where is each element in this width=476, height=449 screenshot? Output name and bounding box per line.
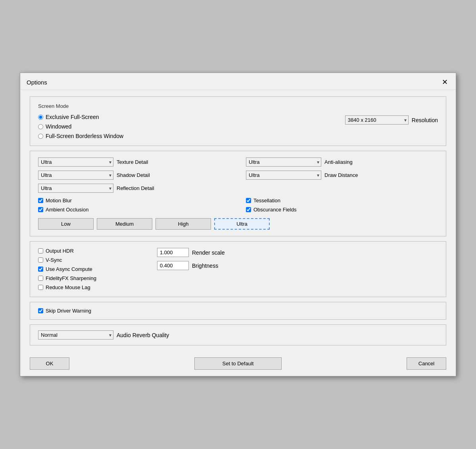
reduce-mouse-lag-label: Reduce Mouse Lag <box>46 284 90 290</box>
draw-distance-row: UltraHighMediumLow Draw Distance <box>246 171 438 180</box>
advanced-right: Render scale Brightness <box>149 248 438 290</box>
resolution-select[interactable]: 3840 x 2160 2560 x 1440 1920 x 1080 1280… <box>345 115 409 125</box>
anti-aliasing-select-wrapper: UltraHighMediumLowOff <box>246 157 321 167</box>
radio-windowed-label: Windowed <box>46 123 71 130</box>
audio-reverb-row: Normal Low High Ultra Audio Reverb Quali… <box>38 330 438 340</box>
screen-mode-section: Screen Mode Exclusive Full-Screen Window… <box>30 96 446 146</box>
options-dialog: Options ✕ Screen Mode Exclusive Full-Scr… <box>20 73 456 376</box>
reflection-select-wrapper: UltraHighMediumLow <box>38 184 113 193</box>
draw-distance-select-wrapper: UltraHighMediumLow <box>246 171 321 180</box>
reflection-detail-row: UltraHighMediumLow Reflection Detail <box>38 184 230 193</box>
advanced-grid: Output HDR V-Sync Use Async Compute Fide… <box>38 248 438 290</box>
output-hdr-checkbox[interactable]: Output HDR <box>38 248 149 254</box>
audio-reverb-select[interactable]: Normal Low High Ultra <box>38 330 113 340</box>
driver-warning-section: Skip Driver Warning <box>30 302 446 320</box>
advanced-section: Output HDR V-Sync Use Async Compute Fide… <box>30 241 446 297</box>
fidelityfx-label: FidelityFX Sharpening <box>46 275 96 281</box>
anti-aliasing-row: UltraHighMediumLowOff Anti-aliasing <box>246 157 438 167</box>
output-hdr-label: Output HDR <box>46 248 74 254</box>
draw-distance-label: Draw Distance <box>324 172 358 178</box>
tessellation-label: Tessellation <box>253 198 280 203</box>
shadow-detail-select[interactable]: UltraHighMediumLow <box>38 171 113 180</box>
cancel-button[interactable]: Cancel <box>407 357 446 370</box>
ambient-occlusion-checkbox[interactable]: Ambient Occlusion <box>38 207 230 213</box>
resolution-select-wrapper: 3840 x 2160 2560 x 1440 1920 x 1080 1280… <box>345 115 409 125</box>
texture-detail-row: UltraHighMediumLow Texture Detail <box>38 157 230 167</box>
reflection-detail-select[interactable]: UltraHighMediumLow <box>38 184 113 193</box>
screen-mode-radio-group: Exclusive Full-Screen Windowed Full-Scre… <box>38 114 123 139</box>
shadow-detail-row: UltraHighMediumLow Shadow Detail <box>38 171 230 180</box>
audio-section: Normal Low High Ultra Audio Reverb Quali… <box>30 324 446 345</box>
render-scale-label: Render scale <box>192 249 225 256</box>
shadow-detail-label: Shadow Detail <box>117 172 150 178</box>
detail-grid: UltraHighMediumLow Texture Detail UltraH… <box>38 157 438 193</box>
anti-aliasing-label: Anti-aliasing <box>324 159 353 165</box>
ambient-occlusion-label: Ambient Occlusion <box>46 207 88 213</box>
motion-blur-label: Motion Blur <box>46 198 72 203</box>
shadow-select-wrapper: UltraHighMediumLow <box>38 171 113 180</box>
brightness-input[interactable] <box>157 261 189 270</box>
close-button[interactable]: ✕ <box>440 79 449 86</box>
brightness-row: Brightness <box>157 261 438 270</box>
radio-exclusive[interactable]: Exclusive Full-Screen <box>38 114 123 120</box>
screen-mode-title: Screen Mode <box>38 103 438 109</box>
reflection-right-placeholder <box>246 184 438 193</box>
audio-reverb-label: Audio Reverb Quality <box>117 332 169 338</box>
resolution-label: Resolution <box>412 117 438 123</box>
title-bar: Options ✕ <box>20 73 456 90</box>
dialog-title: Options <box>27 79 47 86</box>
fidelityfx-checkbox[interactable]: FidelityFX Sharpening <box>38 275 149 281</box>
radio-borderless[interactable]: Full-Screen Borderless Window <box>38 133 123 139</box>
set-to-default-button[interactable]: Set to Default <box>194 357 282 370</box>
motion-blur-checkbox[interactable]: Motion Blur <box>38 198 230 203</box>
preset-buttons: Low Medium High Ultra <box>38 218 438 230</box>
texture-detail-label: Texture Detail <box>117 159 148 165</box>
async-compute-label: Use Async Compute <box>46 266 92 272</box>
vsync-checkbox[interactable]: V-Sync <box>38 257 149 263</box>
render-scale-input[interactable] <box>157 248 189 257</box>
graphics-checkboxes: Motion Blur Tessellation Ambient Occlusi… <box>38 198 438 213</box>
ok-button[interactable]: OK <box>30 357 69 370</box>
render-scale-row: Render scale <box>157 248 438 257</box>
preset-high-button[interactable]: High <box>155 218 211 230</box>
tessellation-checkbox[interactable]: Tessellation <box>246 198 438 203</box>
graphics-section: UltraHighMediumLow Texture Detail UltraH… <box>30 151 446 236</box>
audio-reverb-select-wrapper: Normal Low High Ultra <box>38 330 113 340</box>
obscurance-fields-checkbox[interactable]: Obscurance Fields <box>246 207 438 213</box>
dialog-body: Screen Mode Exclusive Full-Screen Window… <box>20 90 456 352</box>
async-compute-checkbox[interactable]: Use Async Compute <box>38 266 149 272</box>
preset-low-button[interactable]: Low <box>38 218 94 230</box>
brightness-label: Brightness <box>192 263 218 269</box>
radio-borderless-label: Full-Screen Borderless Window <box>46 133 123 139</box>
preset-medium-button[interactable]: Medium <box>97 218 152 230</box>
draw-distance-select[interactable]: UltraHighMediumLow <box>246 171 321 180</box>
skip-driver-warning-checkbox[interactable]: Skip Driver Warning <box>38 308 438 314</box>
advanced-left: Output HDR V-Sync Use Async Compute Fide… <box>38 248 149 290</box>
reduce-mouse-lag-checkbox[interactable]: Reduce Mouse Lag <box>38 284 149 290</box>
texture-detail-select[interactable]: UltraHighMediumLow <box>38 157 113 167</box>
radio-windowed[interactable]: Windowed <box>38 123 123 130</box>
texture-select-wrapper: UltraHighMediumLow <box>38 157 113 167</box>
bottom-buttons: OK Set to Default Cancel <box>20 352 456 376</box>
radio-exclusive-label: Exclusive Full-Screen <box>46 114 99 120</box>
resolution-area: 3840 x 2160 2560 x 1440 1920 x 1080 1280… <box>345 115 438 125</box>
anti-aliasing-select[interactable]: UltraHighMediumLowOff <box>246 157 321 167</box>
reflection-detail-label: Reflection Detail <box>117 185 154 191</box>
skip-driver-warning-label: Skip Driver Warning <box>46 308 91 314</box>
preset-ultra-button[interactable]: Ultra <box>214 218 270 230</box>
vsync-label: V-Sync <box>46 257 62 263</box>
obscurance-fields-label: Obscurance Fields <box>253 207 296 213</box>
